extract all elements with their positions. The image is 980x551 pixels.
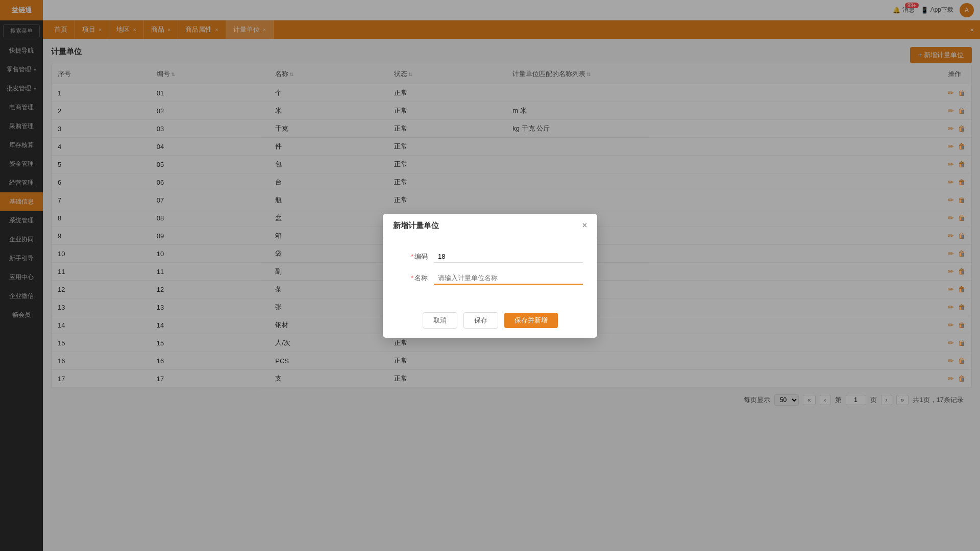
name-form-row: *名称: [397, 272, 583, 285]
code-form-row: *编码: [397, 251, 583, 263]
modal-overlay: 新增计量单位 × *编码 *名称 取消 保存 保存并新增: [0, 0, 980, 551]
save-button[interactable]: 保存: [463, 312, 498, 329]
name-input[interactable]: [434, 272, 583, 285]
dialog-footer: 取消 保存 保存并新增: [383, 306, 597, 338]
cancel-button[interactable]: 取消: [423, 312, 457, 329]
dialog-body: *编码 *名称: [383, 238, 597, 306]
dialog-title: 新增计量单位: [393, 221, 439, 231]
dialog-close-button[interactable]: ×: [582, 221, 587, 230]
dialog-header: 新增计量单位 ×: [383, 214, 597, 238]
name-label: *名称: [397, 273, 428, 283]
save-and-new-button[interactable]: 保存并新增: [504, 313, 558, 328]
add-unit-dialog: 新增计量单位 × *编码 *名称 取消 保存 保存并新增: [383, 214, 597, 338]
code-input[interactable]: [434, 251, 583, 263]
code-label: *编码: [397, 252, 428, 261]
